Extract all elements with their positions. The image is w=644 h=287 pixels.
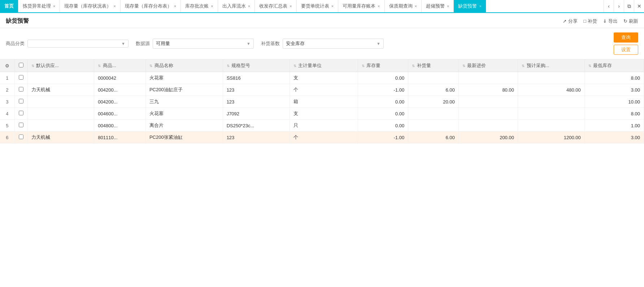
datasource-select[interactable]: 可用量 ▼ bbox=[153, 39, 254, 49]
row-replenish-qty-4 bbox=[408, 120, 459, 132]
category-select[interactable]: ▼ bbox=[27, 40, 129, 48]
select-all-checkbox[interactable] bbox=[19, 63, 23, 67]
row-checkbox-0[interactable] bbox=[19, 75, 23, 80]
column-settings[interactable]: ⚙ bbox=[0, 59, 14, 72]
row-checkbox-cell-0[interactable] bbox=[14, 72, 27, 84]
tab-label-batchAccount: 库存批次账 bbox=[185, 3, 209, 9]
row-checkbox-1[interactable] bbox=[19, 87, 23, 92]
row-checkbox-cell-2[interactable] bbox=[14, 96, 27, 108]
tab-close-inventory2[interactable]: × bbox=[174, 4, 176, 8]
row-spec-1: 123 bbox=[223, 84, 290, 96]
row-code-0: 0000042 bbox=[94, 72, 146, 84]
column-header-replenish-qty: 补货量 bbox=[417, 63, 431, 68]
tab-close-batchAccount[interactable]: × bbox=[211, 4, 213, 8]
row-code-1: 004200... bbox=[94, 84, 146, 96]
tab-scroll-left[interactable]: ‹ bbox=[604, 0, 614, 13]
column-header-spec-model: 规格型号 bbox=[231, 63, 250, 68]
restore-window[interactable]: ⧉ bbox=[624, 0, 634, 13]
row-checkbox-2[interactable] bbox=[19, 99, 23, 103]
row-unit-0: 支 bbox=[290, 72, 358, 84]
category-chevron-icon: ▼ bbox=[121, 41, 125, 46]
row-spec-0: SS816 bbox=[223, 72, 290, 84]
tab-inoutFlow[interactable]: 出入库流水× bbox=[218, 0, 255, 12]
tab-close-inventory1[interactable]: × bbox=[113, 4, 116, 8]
share-button[interactable]: ➚ 分享 bbox=[563, 18, 578, 25]
tab-orderStat[interactable]: 要货单统计表× bbox=[297, 0, 338, 12]
row-num-2: 3 bbox=[0, 96, 14, 108]
close-window[interactable]: ✕ bbox=[634, 0, 644, 13]
tab-expiryQuery[interactable]: 保质期查询× bbox=[385, 0, 422, 12]
replenish-base-select[interactable]: 安全库存 ▼ bbox=[283, 39, 384, 49]
row-checkbox-3[interactable] bbox=[19, 111, 23, 115]
row-code-5: 801110... bbox=[94, 132, 146, 144]
tab-pickAbnormal[interactable]: 拣货异常处理× bbox=[18, 0, 60, 12]
sort-icon-unit: ⇅ bbox=[293, 64, 296, 68]
column-header-unit: 主计量单位 bbox=[298, 63, 322, 68]
refresh-button[interactable]: ↻ 刷新 bbox=[623, 18, 638, 25]
settings-button[interactable]: 设置 bbox=[614, 45, 638, 55]
datasource-value: 可用量 bbox=[156, 40, 170, 47]
tab-inventory1[interactable]: 现存量（库存状况表）× bbox=[60, 0, 120, 12]
row-checkbox-4[interactable] bbox=[19, 123, 23, 127]
column-estimated-purchase[interactable]: ⇅ 预计采购... bbox=[518, 59, 584, 72]
column-unit[interactable]: ⇅ 主计量单位 bbox=[290, 59, 358, 72]
tab-close-orderStat[interactable]: × bbox=[331, 4, 334, 8]
column-replenish-qty[interactable]: ⇅ 补货量 bbox=[408, 59, 459, 72]
row-checkbox-cell-1[interactable] bbox=[14, 84, 27, 96]
tab-close-availableBook[interactable]: × bbox=[378, 4, 380, 8]
row-stock-3: 0.00 bbox=[358, 108, 408, 120]
row-spec-4: DS250*23c... bbox=[223, 120, 290, 132]
tab-home[interactable]: 首页 bbox=[0, 0, 18, 12]
column-min-stock[interactable]: ⇅ 最低库存 bbox=[584, 59, 644, 72]
row-supplier-5: 力天机械 bbox=[27, 132, 94, 144]
datasource-filter-group: 数据源 可用量 ▼ bbox=[136, 39, 254, 49]
refresh-icon: ↻ bbox=[623, 18, 627, 24]
column-latest-price[interactable]: ⇅ 最新进价 bbox=[458, 59, 518, 72]
column-header-stock: 库存量 bbox=[366, 63, 380, 68]
replenish-button[interactable]: □ 补货 bbox=[583, 18, 597, 25]
share-icon: ➚ bbox=[563, 18, 567, 24]
tab-overstock[interactable]: 超储预警× bbox=[422, 0, 454, 12]
row-checkbox-cell-5[interactable] bbox=[14, 132, 27, 144]
column-product-code[interactable]: ⇅ 商品... bbox=[94, 59, 146, 72]
tab-close-overstock[interactable]: × bbox=[447, 4, 449, 8]
tab-availableBook[interactable]: 可用量库存账本× bbox=[338, 0, 384, 12]
tab-close-expiryQuery[interactable]: × bbox=[415, 4, 417, 8]
column-spec-model[interactable]: ⇅ 规格型号 bbox=[223, 59, 290, 72]
tab-label-availableBook: 可用量库存账本 bbox=[343, 3, 375, 9]
category-filter-group: 商品分类 ▼ bbox=[6, 40, 129, 48]
row-stock-5: -1.00 bbox=[358, 132, 408, 144]
tab-inventory2[interactable]: 现存量（库存分布表）× bbox=[121, 0, 181, 12]
table-row: 2 力天机械 004200... PC200油缸庄子 123 个 -1.00 6… bbox=[0, 84, 644, 96]
column-stock[interactable]: ⇅ 库存量 bbox=[358, 59, 408, 72]
tab-receiveTotal[interactable]: 收发存汇总表× bbox=[255, 0, 296, 12]
column-default-supplier[interactable]: ⇅ 默认供应... bbox=[27, 59, 94, 72]
row-unit-1: 个 bbox=[290, 84, 358, 96]
row-replenish-qty-2: 20.00 bbox=[408, 96, 459, 108]
tab-label-expiryQuery: 保质期查询 bbox=[389, 3, 413, 9]
datasource-label: 数据源 bbox=[136, 40, 150, 47]
row-unit-2: 箱 bbox=[290, 96, 358, 108]
row-checkbox-5[interactable] bbox=[19, 134, 23, 139]
row-spec-2: 123 bbox=[223, 96, 290, 108]
export-button[interactable]: ⇓ 导出 bbox=[603, 18, 618, 25]
tab-close-pickAbnormal[interactable]: × bbox=[53, 4, 55, 8]
data-table: ⚙ ⇅ 默认供应... ⇅ 商品... ⇅ 商品名称 bbox=[0, 59, 644, 144]
tab-close-inoutFlow[interactable]: × bbox=[248, 4, 250, 8]
tab-shortage[interactable]: 缺货预警× bbox=[454, 0, 486, 12]
tab-close-receiveTotal[interactable]: × bbox=[290, 4, 292, 8]
row-checkbox-cell-4[interactable] bbox=[14, 120, 27, 132]
tab-scroll-right[interactable]: › bbox=[614, 0, 624, 13]
tab-close-shortage[interactable]: × bbox=[479, 4, 481, 8]
tab-label-inventory1: 现存量（库存状况表） bbox=[64, 3, 111, 9]
query-button[interactable]: 查询 bbox=[614, 32, 638, 43]
column-product-name[interactable]: ⇅ 商品名称 bbox=[145, 59, 223, 72]
row-stock-4: 0.00 bbox=[358, 120, 408, 132]
sort-icon-stock: ⇅ bbox=[362, 64, 365, 68]
column-checkbox[interactable] bbox=[14, 59, 27, 72]
row-num-4: 5 bbox=[0, 120, 14, 132]
row-checkbox-cell-3[interactable] bbox=[14, 108, 27, 120]
replenish-icon: □ bbox=[583, 18, 586, 24]
tab-batchAccount[interactable]: 库存批次账× bbox=[181, 0, 218, 12]
tab-label-home: 首页 bbox=[4, 3, 14, 9]
